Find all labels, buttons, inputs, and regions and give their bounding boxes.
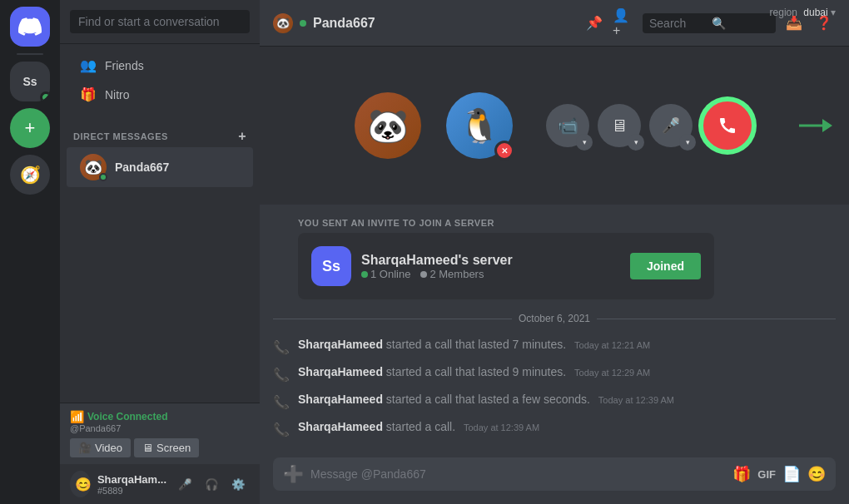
friends-nav-item[interactable]: 👥 Friends [67, 51, 253, 80]
video-button[interactable]: 🎥 Video [70, 438, 131, 457]
server-icon-ss[interactable]: Ss [10, 62, 50, 101]
call-log-icon-1: 📞 [273, 367, 290, 383]
call-log-text-3: SharqaHameed started a call. Today at 12… [298, 420, 539, 433]
header-search-box[interactable]: Search 🔍 [643, 13, 776, 33]
voice-actions: 🎥 Video 🖥 Screen [70, 438, 250, 457]
mute-dropdown-icon[interactable]: ▾ [679, 134, 696, 151]
pin-icon-button[interactable]: 📌 [583, 12, 606, 35]
add-icon: + [25, 119, 36, 137]
icon-bar-divider [17, 53, 43, 55]
add-dm-button[interactable]: + [238, 129, 246, 144]
dm-search-area [60, 0, 260, 44]
server-invite-info: SharqaHameed's server 1 Online 2 Members [361, 253, 620, 280]
current-user-bar: 😊 SharqaHam... #5889 🎤 🎧 ⚙️ [60, 464, 260, 504]
online-indicator [300, 20, 306, 27]
nitro-icon: 🎁 [80, 86, 97, 102]
settings-button[interactable]: ⚙️ [226, 472, 250, 496]
invite-label: YOU SENT AN INVITE TO JOIN A SERVER [273, 218, 836, 228]
call-log-text-0: SharqaHameed started a call that lasted … [298, 338, 650, 351]
video-icon: 🎥 [78, 442, 92, 454]
user-bar-actions: 🎤 🎧 ⚙️ [173, 472, 250, 496]
server-active-dot [40, 91, 50, 101]
explore-servers-button[interactable]: 🧭 [10, 155, 50, 195]
friends-icon: 👥 [80, 57, 97, 73]
messages-area: YOU SENT AN INVITE TO JOIN A SERVER Ss S… [260, 205, 849, 457]
callee-avatar-wrapper: 🐧 ✕ [446, 92, 513, 159]
server-icon-label: Ss [22, 75, 37, 88]
icon-bar: Ss + 🧭 [0, 0, 60, 504]
mic-button[interactable]: 🎤 [173, 472, 196, 496]
member-dot-sm [420, 271, 427, 278]
dm-search-input[interactable] [70, 10, 250, 33]
panda667-avatar: 🐼 [80, 154, 107, 180]
arrow-indicator [799, 116, 832, 136]
current-user-name: SharqaHam... [97, 473, 166, 486]
message-input-box: ➕ 🎁 GIF 📄 😊 [273, 457, 836, 491]
screen-share-btn-wrapper: 🖥 ▾ [598, 104, 641, 147]
add-attachment-button[interactable]: ➕ [283, 464, 304, 484]
end-call-button[interactable] [701, 99, 754, 152]
voice-connected-bar: 📶 Voice Connected @Panda667 🎥 Video 🖥 Sc… [60, 403, 260, 464]
video-call-btn-wrapper: 📹 ▾ [546, 104, 589, 147]
friends-label: Friends [105, 59, 144, 72]
headset-button[interactable]: 🎧 [200, 472, 223, 496]
screen-button[interactable]: 🖥 Screen [134, 438, 199, 457]
region-value: dubai [803, 7, 827, 18]
current-user-avatar: 😊 [70, 471, 91, 497]
screen-dropdown-icon[interactable]: ▾ [628, 134, 644, 151]
region-display: region dubai ▾ [770, 7, 836, 18]
call-log-text-2: SharqaHameed started a call that lasted … [298, 393, 674, 406]
dm-section-header: DIRECT MESSAGES + [60, 116, 260, 147]
voice-status-dot [99, 173, 107, 181]
dm-user-panda667[interactable]: 🐼 Panda667 [67, 147, 253, 187]
call-log-icon-3: 📞 [273, 422, 290, 437]
joined-button[interactable]: Joined [630, 253, 701, 279]
current-user-tag: #5889 [97, 486, 166, 496]
emoji-icon-button[interactable]: 😊 [807, 465, 826, 483]
call-controls: 📹 ▾ 🖥 ▾ 🎤 ▾ [546, 99, 754, 152]
server-invite-meta: 1 Online 2 Members [361, 268, 620, 280]
online-dot-sm [361, 271, 368, 278]
dm-bottom: 📶 Voice Connected @Panda667 🎥 Video 🖥 Sc… [60, 403, 260, 504]
region-label: region [770, 7, 797, 18]
server-invite-name: SharqaHameed's server [361, 253, 620, 268]
sticker-icon-button[interactable]: 📄 [782, 465, 801, 483]
call-log-0: 📞 SharqaHameed started a call that laste… [273, 334, 836, 358]
gif-button[interactable]: GIF [757, 468, 776, 481]
compass-icon: 🧭 [20, 165, 41, 185]
nitro-label: Nitro [105, 88, 130, 101]
message-input[interactable] [310, 467, 726, 481]
chat-recipient-name: Panda667 [313, 16, 375, 31]
screen-icon: 🖥 [142, 442, 153, 454]
server-invite-icon: Ss [311, 246, 351, 286]
call-area: 🐼 🐧 ✕ 📹 ▾ 🖥 ▾ 🎤 ▾ [260, 47, 849, 205]
nitro-nav-item[interactable]: 🎁 Nitro [67, 80, 253, 109]
call-log-icon-0: 📞 [273, 339, 290, 355]
call-log-text-1: SharqaHameed started a call that lasted … [298, 365, 650, 378]
add-friend-icon-button[interactable]: 👤+ [613, 12, 636, 35]
call-avatars: 🐼 🐧 ✕ [355, 92, 513, 159]
chat-area: 🐼 Panda667 📌 👤+ Search 🔍 📥 ❓ region duba… [260, 0, 849, 504]
chat-header: 🐼 Panda667 📌 👤+ Search 🔍 📥 ❓ region duba… [260, 0, 849, 47]
message-input-area: ➕ 🎁 GIF 📄 😊 [260, 457, 849, 504]
dm-nav: 👥 Friends 🎁 Nitro [60, 44, 260, 116]
video-dropdown-icon[interactable]: ▾ [576, 134, 593, 151]
gift-icon-button[interactable]: 🎁 [732, 465, 751, 483]
voice-connected-user: @Panda667 [70, 423, 250, 433]
add-server-button[interactable]: + [10, 108, 50, 148]
message-input-actions: 🎁 GIF 📄 😊 [732, 465, 826, 483]
search-icon: 🔍 [712, 17, 769, 30]
voice-connected-title: 📶 Voice Connected [70, 410, 250, 423]
call-log-3: 📞 SharqaHameed started a call. Today at … [273, 417, 836, 441]
muted-badge: ✕ [494, 141, 514, 161]
current-user-info: SharqaHam... #5889 [97, 473, 166, 496]
header-search-placeholder: Search [649, 17, 707, 30]
dm-panel: 👥 Friends 🎁 Nitro DIRECT MESSAGES + 🐼 Pa… [60, 0, 260, 504]
muted-icon: ✕ [501, 146, 508, 156]
chat-header-avatar: 🐼 [273, 13, 293, 33]
server-invite-card: Ss SharqaHameed's server 1 Online 2 Memb… [298, 233, 714, 299]
caller-avatar: 🐼 [355, 92, 421, 159]
discord-home-button[interactable] [10, 7, 50, 47]
call-log-1: 📞 SharqaHameed started a call that laste… [273, 362, 836, 386]
panda667-username: Panda667 [115, 161, 169, 174]
